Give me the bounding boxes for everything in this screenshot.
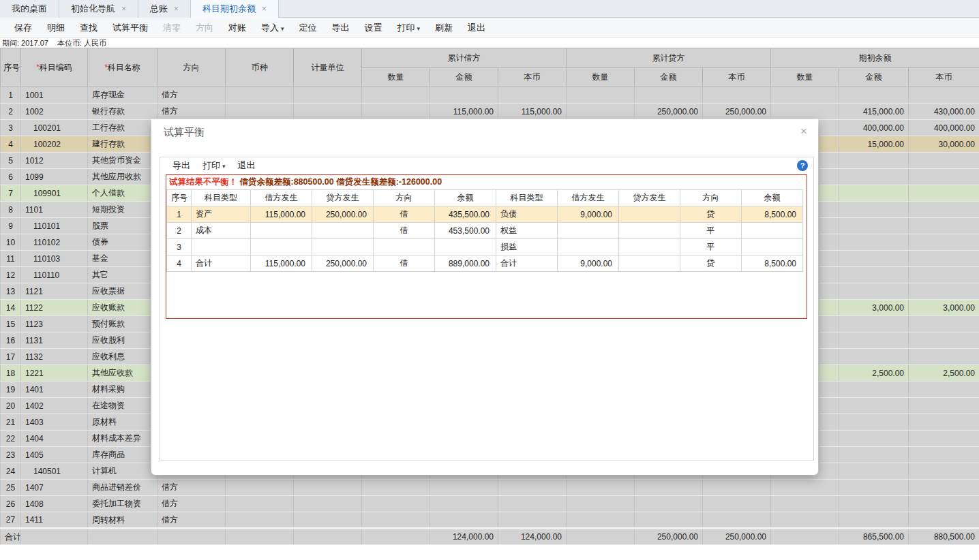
grid-cell[interactable]: 材料成本差异 [88, 431, 157, 447]
grid-cell[interactable] [226, 512, 294, 529]
grid-cell[interactable] [909, 512, 979, 529]
grid-cell[interactable]: 1404 [21, 431, 88, 447]
grid-cell[interactable]: 2,500.00 [909, 365, 979, 382]
grid-cell[interactable] [909, 185, 979, 202]
grid-cell[interactable]: 430,000.00 [909, 104, 979, 120]
grid-cell[interactable]: 1405 [21, 447, 88, 463]
grid-cell[interactable]: 11 [1, 251, 21, 267]
grid-cell[interactable]: 10 [1, 234, 21, 251]
grid-cell[interactable]: 库存商品 [88, 447, 157, 463]
tab-我的桌面[interactable]: 我的桌面 [0, 0, 59, 18]
grid-cell[interactable] [498, 512, 567, 529]
grid-cell[interactable] [567, 104, 635, 120]
grid-cell[interactable]: 1131 [21, 332, 88, 349]
toolbar-button-保存[interactable]: 保存 [7, 20, 40, 36]
grid-cell[interactable] [430, 480, 498, 496]
grid-cell[interactable]: 109901 [21, 185, 88, 202]
balance-row[interactable]: 3损益平 [167, 239, 803, 255]
toolbar-button-导入[interactable]: 导入▾ [254, 20, 292, 36]
grid-cell[interactable] [362, 496, 430, 512]
grid-cell[interactable]: 250,000.00 [635, 104, 703, 120]
grid-cell[interactable]: 库存现金 [88, 87, 157, 104]
grid-cell[interactable] [294, 87, 362, 104]
grid-cell[interactable] [909, 202, 979, 218]
table-row[interactable]: 11001库存现金借方 [1, 87, 979, 104]
grid-cell[interactable]: 115,000.00 [430, 104, 498, 120]
grid-cell[interactable]: 短期投资 [88, 202, 157, 218]
grid-cell[interactable] [294, 480, 362, 496]
grid-cell[interactable]: 材料采购 [88, 382, 157, 398]
grid-cell[interactable] [567, 480, 635, 496]
grid-cell[interactable]: 1 [1, 87, 21, 104]
grid-cell[interactable]: 1402 [21, 398, 88, 414]
grid-cell[interactable]: 15 [1, 316, 21, 332]
grid-cell[interactable]: 110103 [21, 251, 88, 267]
grid-cell[interactable]: 415,000.00 [839, 104, 909, 120]
grid-cell[interactable]: 18 [1, 365, 21, 382]
grid-cell[interactable] [226, 496, 294, 512]
grid-cell[interactable]: 预付账款 [88, 316, 157, 332]
grid-cell[interactable]: 30,000.00 [909, 136, 979, 153]
grid-cell[interactable]: 8 [1, 202, 21, 218]
grid-cell[interactable]: 其他应收款 [88, 365, 157, 382]
grid-cell[interactable] [839, 185, 909, 202]
toolbar-button-定位[interactable]: 定位 [292, 20, 325, 36]
grid-cell[interactable] [635, 496, 703, 512]
grid-cell[interactable]: 其它 [88, 267, 157, 283]
close-icon[interactable]: × [800, 125, 807, 138]
grid-cell[interactable]: 23 [1, 447, 21, 463]
grid-cell[interactable]: 1403 [21, 414, 88, 431]
grid-cell[interactable]: 100201 [21, 120, 88, 136]
grid-cell[interactable] [839, 512, 909, 529]
grid-cell[interactable] [839, 267, 909, 283]
grid-cell[interactable] [362, 104, 430, 120]
grid-cell[interactable] [909, 87, 979, 104]
grid-cell[interactable] [839, 398, 909, 414]
grid-cell[interactable] [839, 283, 909, 300]
grid-cell[interactable]: 周转材料 [88, 512, 157, 529]
grid-cell[interactable] [909, 480, 979, 496]
grid-cell[interactable]: 债券 [88, 234, 157, 251]
grid-cell[interactable] [839, 431, 909, 447]
grid-cell[interactable]: 借方 [157, 87, 226, 104]
grid-cell[interactable] [909, 382, 979, 398]
grid-cell[interactable]: 银行存款 [88, 104, 157, 120]
grid-cell[interactable]: 15,000.00 [839, 136, 909, 153]
toolbar-button-试算平衡[interactable]: 试算平衡 [105, 20, 155, 36]
grid-cell[interactable] [771, 496, 839, 512]
grid-cell[interactable] [839, 153, 909, 169]
grid-cell[interactable]: 股票 [88, 218, 157, 234]
grid-cell[interactable]: 应收账款 [88, 300, 157, 316]
grid-cell[interactable]: 20 [1, 398, 21, 414]
grid-cell[interactable]: 12 [1, 267, 21, 283]
grid-cell[interactable]: 1132 [21, 349, 88, 365]
close-tab-icon[interactable]: × [174, 5, 179, 13]
grid-cell[interactable] [909, 496, 979, 512]
grid-cell[interactable] [430, 512, 498, 529]
grid-cell[interactable]: 22 [1, 431, 21, 447]
grid-cell[interactable]: 借方 [157, 104, 226, 120]
dialog-button-导出[interactable]: 导出 [172, 157, 190, 174]
grid-cell[interactable]: 100202 [21, 136, 88, 153]
grid-cell[interactable] [771, 512, 839, 529]
grid-cell[interactable]: 1001 [21, 87, 88, 104]
grid-cell[interactable] [839, 480, 909, 496]
close-tab-icon[interactable]: × [121, 5, 126, 13]
grid-cell[interactable] [909, 169, 979, 185]
grid-cell[interactable] [909, 431, 979, 447]
grid-cell[interactable]: 工行存款 [88, 120, 157, 136]
grid-cell[interactable] [909, 447, 979, 463]
grid-cell[interactable]: 1121 [21, 283, 88, 300]
grid-cell[interactable] [567, 496, 635, 512]
grid-cell[interactable] [362, 87, 430, 104]
balance-row[interactable]: 2成本借453,500.00权益平 [167, 223, 803, 239]
grid-cell[interactable]: 27 [1, 512, 21, 529]
grid-cell[interactable]: 400,000.00 [909, 120, 979, 136]
close-tab-icon[interactable]: × [262, 5, 267, 13]
grid-cell[interactable]: 5 [1, 153, 21, 169]
grid-cell[interactable] [839, 414, 909, 431]
grid-cell[interactable]: 1099 [21, 169, 88, 185]
grid-cell[interactable]: 13 [1, 283, 21, 300]
grid-cell[interactable]: 3,000.00 [909, 300, 979, 316]
grid-cell[interactable]: 个人借款 [88, 185, 157, 202]
